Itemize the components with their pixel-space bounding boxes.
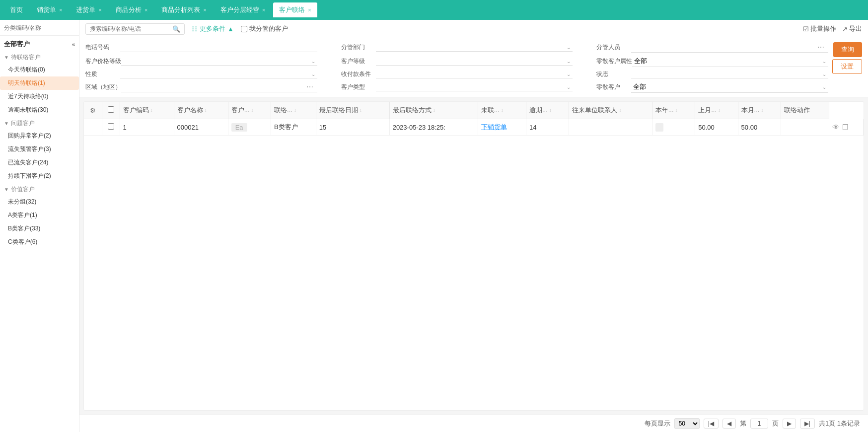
close-icon[interactable]: ×	[203, 7, 206, 13]
sidebar-group-问题客户[interactable]: ▼ 问题客户	[0, 117, 79, 129]
sort-icon[interactable]: ↕	[619, 108, 621, 113]
sort-icon[interactable]: ↕	[251, 108, 254, 113]
filter-manager-dots[interactable]: ⋯	[815, 43, 826, 51]
chevron-down-icon: ⌄	[567, 59, 571, 64]
export-label: 导出	[849, 24, 862, 33]
query-button[interactable]: 查询	[833, 42, 862, 57]
sidebar-all-customers[interactable]: 全部客户 «	[0, 36, 79, 51]
sidebar-item-repurchase-abnormal[interactable]: 回购异常客户(2)	[0, 129, 79, 143]
search-icon[interactable]: 🔍	[172, 25, 180, 33]
select-all-checkbox[interactable]	[108, 106, 114, 113]
close-icon[interactable]: ×	[308, 7, 311, 13]
sidebar-item-churn-warning[interactable]: 流失预警客户(3)	[0, 143, 79, 156]
nav-item-customer-layer[interactable]: 客户分层经营×	[215, 2, 271, 17]
filter-actions: 查询 设置	[832, 42, 862, 93]
sidebar-item-today-contact[interactable]: 今天待联络(0)	[0, 63, 79, 76]
my-customers-checkbox-label[interactable]: 我分管的客户	[241, 24, 288, 33]
my-customers-checkbox[interactable]	[241, 26, 247, 32]
sidebar-item-week-contact[interactable]: 近7天待联络(0)	[0, 90, 79, 103]
close-icon[interactable]: ×	[145, 7, 147, 13]
page-input[interactable]	[750, 419, 768, 429]
filter-customer-level: 客户等级 ⌄	[341, 57, 573, 66]
sidebar-item-ungrouped[interactable]: 未分组(32)	[0, 195, 79, 209]
sidebar-item-class-b[interactable]: B类客户(33)	[0, 222, 79, 235]
filter-nature-select[interactable]: ⌄	[120, 71, 317, 78]
sort-icon[interactable]: ↕	[205, 108, 207, 113]
nav-item-product-analysis[interactable]: 商品分析×	[110, 2, 153, 17]
row-this-year: 50.00	[695, 119, 738, 136]
filter-price-select[interactable]: ⌄	[121, 58, 317, 66]
sort-icon[interactable]: ↕	[675, 108, 678, 113]
last-method-link[interactable]: 下销货单	[481, 123, 507, 131]
search-input[interactable]	[90, 25, 170, 32]
prev-page-btn[interactable]: ◀	[723, 419, 736, 429]
filter-row-3: 性质 ⌄ 收付款条件 ⌄	[85, 70, 828, 78]
filter-payment-select[interactable]: ⌄	[376, 71, 573, 78]
sidebar-item-class-a[interactable]: A类客户(1)	[0, 209, 79, 222]
filter-customer-type-label: 客户类型	[341, 83, 376, 91]
set-button[interactable]: 设置	[832, 59, 862, 74]
action-eye-icon[interactable]: 👁	[832, 123, 839, 131]
filter-status-select[interactable]: ⌄	[631, 71, 828, 78]
sort-icon[interactable]: ↕	[501, 108, 504, 113]
row-code: 000021	[174, 119, 228, 136]
filter-dept-select[interactable]: ⌄	[376, 44, 573, 52]
sidebar-group-待联络客户[interactable]: ▼ 待联络客户	[0, 51, 79, 63]
chevron-down-icon: ⌄	[822, 84, 826, 90]
filter-scatter-select[interactable]: 全部 ⌄	[632, 56, 828, 67]
customer-table: ⚙ 客户编码↕ 客户名称↕ 客户...↕	[84, 102, 864, 136]
close-icon[interactable]: ×	[98, 7, 101, 13]
sort-icon[interactable]: ↕	[549, 108, 552, 113]
nav-item-customer-contact[interactable]: 客户联络×	[273, 2, 317, 17]
sort-icon[interactable]: ↕	[718, 108, 721, 113]
filter-scatter-label: 零散客户属性	[596, 57, 632, 66]
sort-icon[interactable]: ↕	[761, 108, 763, 113]
filter-dept: 分管部门 ⌄	[341, 43, 573, 52]
sidebar-item-declining[interactable]: 持续下滑客户(2)	[0, 169, 79, 183]
close-icon[interactable]: ×	[262, 7, 265, 13]
nav-item-product-analysis-list[interactable]: 商品分析列表×	[155, 2, 212, 17]
nav-item-purchase[interactable]: 进货单×	[70, 2, 107, 17]
triangle-icon: ▼	[4, 55, 9, 60]
total-label: 共1页 1条记录	[819, 419, 860, 428]
filter-phone-input[interactable]	[120, 43, 317, 52]
sidebar-group-价值客户[interactable]: ▼ 价值客户	[0, 183, 79, 195]
filter-customer-type-select[interactable]: ⌄	[376, 83, 573, 91]
per-page-select[interactable]: 50 100 200	[674, 418, 700, 429]
action-grid-icon[interactable]: ❐	[842, 123, 849, 131]
nav-item-home[interactable]: 首页	[4, 2, 29, 17]
sidebar-item-churned[interactable]: 已流失客户(24)	[0, 156, 79, 169]
sort-icon[interactable]: ↕	[360, 108, 362, 113]
row-num: 1	[120, 119, 174, 136]
close-icon[interactable]: ×	[59, 7, 62, 13]
sort-icon[interactable]: ↕	[294, 108, 296, 113]
table-header-row: ⚙ 客户编码↕ 客户名称↕ 客户...↕	[84, 102, 864, 119]
sidebar-item-tomorrow-contact[interactable]: 明天待联络(1)	[0, 76, 79, 90]
sidebar-item-class-c[interactable]: C类客户(6)	[0, 235, 79, 249]
sidebar-item-overdue-contact[interactable]: 逾期未联络(30)	[0, 103, 79, 117]
filter-region-label: 区域（地区）	[85, 83, 121, 91]
nav-item-sales[interactable]: 销货单×	[31, 2, 68, 17]
filter-region-dots[interactable]: ⋯	[304, 83, 315, 91]
export-btn[interactable]: ↗ 导出	[842, 24, 862, 33]
filter-customer-level-select[interactable]: ⌄	[376, 58, 573, 66]
next-page-btn[interactable]: ▶	[783, 419, 796, 429]
search-box[interactable]: 🔍	[85, 23, 185, 35]
more-conditions-btn[interactable]: ☷ 更多条件 ▲	[189, 23, 237, 35]
filter-scatter-customer-select[interactable]: 全部 ⌄	[631, 81, 828, 93]
col-type: 客户...↕	[228, 102, 271, 119]
sort-icon[interactable]: ↕	[433, 108, 435, 113]
batch-icon: ☑	[803, 25, 809, 33]
filter-scatter-customer-label: 零散客户	[596, 83, 631, 91]
chevron-down-icon: ⌄	[822, 59, 826, 64]
batch-action-btn[interactable]: ☑ 批量操作	[803, 24, 836, 33]
row-select-checkbox[interactable]	[108, 123, 114, 130]
settings-icon[interactable]: ⚙	[90, 107, 96, 114]
filter-price-level: 客户价格等级 ⌄	[85, 57, 317, 66]
last-page-btn[interactable]: ▶|	[800, 419, 815, 429]
first-page-btn[interactable]: |◀	[704, 419, 719, 429]
main-layout: 🔍 全部客户 « ▼ 待联络客户今天待联络(0)明天待联络(1)近7天待联络(0…	[0, 20, 868, 432]
sidebar-search-input[interactable]	[4, 24, 78, 31]
chevron-down-icon: ⌄	[822, 72, 826, 77]
sort-icon[interactable]: ↕	[150, 108, 153, 113]
